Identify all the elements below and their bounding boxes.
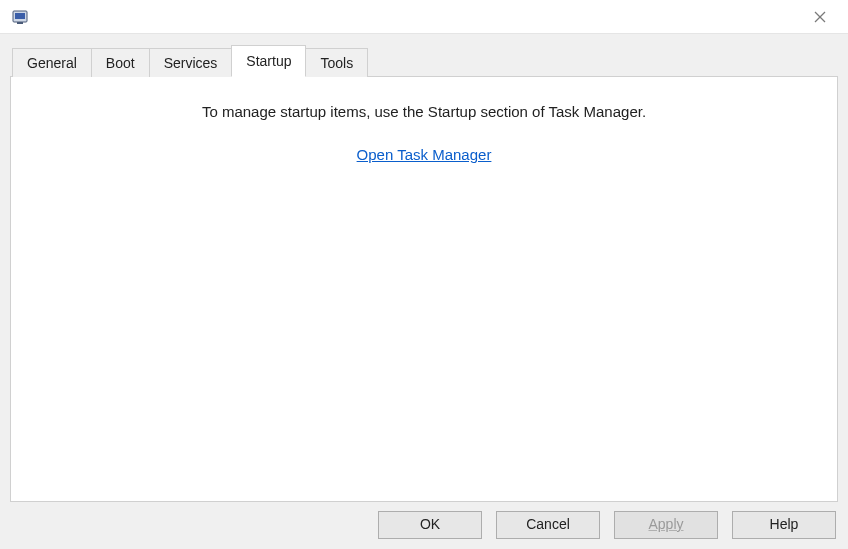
tab-startup[interactable]: Startup <box>231 45 306 77</box>
tab-general[interactable]: General <box>12 48 92 77</box>
close-button[interactable] <box>800 3 840 31</box>
titlebar <box>0 0 848 34</box>
svg-rect-1 <box>15 13 25 19</box>
dialog-button-row: OK Cancel Apply Help <box>0 502 848 549</box>
tab-services[interactable]: Services <box>149 48 233 77</box>
startup-instruction-text: To manage startup items, use the Startup… <box>31 103 817 120</box>
apply-button: Apply <box>614 511 718 539</box>
msconfig-icon <box>12 8 32 26</box>
close-icon <box>814 11 826 23</box>
ok-button[interactable]: OK <box>378 511 482 539</box>
cancel-button[interactable]: Cancel <box>496 511 600 539</box>
svg-rect-2 <box>17 22 23 24</box>
tab-boot[interactable]: Boot <box>91 48 150 77</box>
help-button[interactable]: Help <box>732 511 836 539</box>
msconfig-window: General Boot Services Startup Tools To m… <box>0 0 848 549</box>
startup-panel: To manage startup items, use the Startup… <box>10 76 838 502</box>
tab-strip: General Boot Services Startup Tools <box>12 44 838 76</box>
open-task-manager-link[interactable]: Open Task Manager <box>357 146 492 163</box>
dialog-body: General Boot Services Startup Tools To m… <box>0 34 848 502</box>
apply-button-label: Apply <box>648 516 683 532</box>
tab-tools[interactable]: Tools <box>305 48 368 77</box>
